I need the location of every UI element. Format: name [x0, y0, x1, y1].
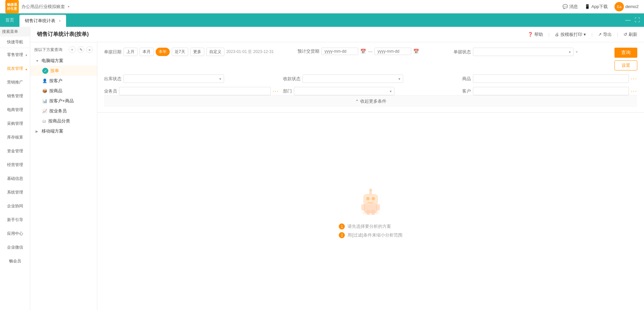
sidebar-item-sales[interactable]: 销售管理 — [0, 89, 30, 103]
bill-status-label: 单据状态 — [453, 49, 471, 55]
plan-item-by-goods[interactable]: 📦 按商品 — [30, 86, 97, 96]
collapse-more-label: 收起更多条件 — [360, 98, 386, 104]
user-profile[interactable]: Ea demo2 — [614, 2, 639, 11]
appcenter-label: 应用中心 — [7, 231, 23, 237]
app-title-dropdown-icon[interactable]: ▾ — [68, 5, 69, 8]
export-icon: ↗ — [598, 32, 602, 37]
sidebar-item-basic[interactable]: 基础信息 — [0, 172, 30, 186]
avatar: Ea — [614, 2, 624, 11]
expected-date-to-input[interactable] — [374, 48, 411, 55]
collapse-more-btn[interactable]: ⌃ 收起更多条件 — [104, 95, 637, 107]
tip-num-2: 2 — [339, 232, 345, 238]
salesperson-more-icon[interactable]: ··· — [273, 88, 279, 94]
add-plan-btn[interactable]: + — [69, 46, 75, 53]
wholesale-label: 批发管理 — [7, 66, 23, 71]
sidebar-item-appcenter[interactable]: 应用中心 — [0, 227, 30, 241]
plan-item-by-customer-goods[interactable]: 📊 按客户+商品 — [30, 96, 97, 106]
edit-plan-btn[interactable]: ✎ — [77, 46, 84, 53]
settings-button[interactable]: 设置 — [614, 60, 637, 70]
customer-more-icon[interactable]: ··· — [631, 88, 637, 94]
divider2: | — [591, 32, 592, 37]
tab-active[interactable]: 销售订单统计表 × — [19, 15, 66, 27]
sidebar-item-wholesale[interactable]: 批发管理 ▴ — [0, 62, 30, 75]
collapse-panel-btn[interactable]: « — [86, 46, 93, 53]
sidebar-item-finance[interactable]: 资金管理 — [0, 144, 30, 158]
enterprise-label: 企业协同 — [7, 203, 23, 209]
date-btn-more[interactable]: 更多 — [190, 48, 204, 56]
goods-input[interactable] — [473, 74, 629, 83]
plan-item-by-category[interactable]: 🗂 按商品分类 — [30, 116, 97, 126]
side-btns: 查询 设置 — [609, 48, 637, 70]
message-btn[interactable]: 💬 消息 — [562, 4, 578, 10]
print-dropdown-icon[interactable]: ▾ — [584, 32, 586, 37]
customer-goods-plan-icon: 📊 — [42, 99, 47, 103]
sidebar-item-member[interactable]: 畅会员 — [0, 254, 30, 268]
ecommerce-label: 电商管理 — [7, 107, 23, 113]
mobile-expand-icon[interactable]: ▶ — [36, 130, 40, 133]
delivery-status-label: 出库状态 — [104, 76, 121, 82]
goods-more-icon[interactable]: ··· — [631, 76, 637, 82]
delivery-status-select[interactable] — [123, 74, 224, 83]
help-btn[interactable]: ❓ 帮助 — [528, 32, 543, 38]
expected-date-from-input[interactable] — [321, 48, 358, 55]
sidebar-item-ecommerce[interactable]: 电商管理 — [0, 103, 30, 117]
department-select[interactable] — [294, 87, 394, 95]
print-icon: 🖨 — [555, 32, 559, 37]
divider1: | — [548, 32, 549, 37]
query-button[interactable]: 查询 — [614, 48, 637, 58]
member-label: 畅会员 — [9, 258, 21, 264]
date-btn-last-month[interactable]: 上月 — [123, 48, 138, 56]
empty-state-icon — [354, 185, 387, 218]
sidebar-item-system[interactable]: 系统管理 — [0, 186, 30, 199]
sidebar-item-enterprise[interactable]: 企业协同 — [0, 199, 30, 213]
main-layout: 搜索菜单 快捷导航 零售管理 ▾ 批发管理 ▴ 营销推广 销售管理 电商管理 采… — [0, 27, 644, 310]
date-btn-custom[interactable]: 自定义 — [206, 48, 224, 56]
plan-label-by-customer: 按客户 — [49, 78, 62, 84]
pc-expand-icon[interactable]: ▼ — [36, 59, 40, 63]
tab-home[interactable]: 首页 — [0, 13, 19, 27]
date-btn-this-year[interactable]: 本年 — [156, 48, 170, 56]
plan-item-by-customer[interactable]: 👤 按客户 — [30, 76, 97, 86]
sidebar-item-inventory[interactable]: 库存核算 — [0, 131, 30, 144]
sidebar-quick-nav[interactable]: 快捷导航 — [0, 37, 30, 48]
plan-selected-icon: ✓ — [42, 68, 48, 74]
plan-tree: ▼ 电脑端方案 ✓ 按单 👤 按客户 📦 按商品 — [30, 56, 97, 136]
export-btn[interactable]: ↗ 导出 — [598, 32, 612, 38]
sidebar-item-wechat[interactable]: 企业微信 — [0, 241, 30, 254]
expected-date-to-calendar-icon[interactable]: 📅 — [413, 49, 419, 54]
sidebar-item-purchase[interactable]: 采购管理 — [0, 117, 30, 131]
tab-maximize-icon[interactable]: ⛶ — [635, 17, 640, 23]
user-name: demo2 — [625, 4, 639, 9]
tip-text-1: 请先选择要分析的方案 — [347, 223, 391, 229]
customer-input[interactable] — [473, 87, 629, 95]
date-btn-7days[interactable]: 近7天 — [172, 48, 188, 56]
payment-status-select[interactable] — [303, 74, 403, 83]
help-label: 帮助 — [534, 32, 543, 38]
purchase-label: 采购管理 — [7, 121, 23, 126]
app-download-btn[interactable]: 📱 App下载 — [585, 4, 608, 10]
query-area: 按以下方案查询 + ✎ « ▼ 电脑端方案 ✓ 按单 — [30, 42, 644, 310]
sidebar-item-operations[interactable]: 经营管理 — [0, 158, 30, 172]
sidebar-search-btn[interactable]: 搜索菜单 — [0, 27, 30, 37]
finance-label: 资金管理 — [7, 148, 23, 154]
salesperson-input[interactable] — [119, 87, 271, 95]
tip-text-2: 用[过滤]条件来缩小分析范围 — [347, 232, 402, 238]
print-btn[interactable]: 🖨 按模板打印 ▾ — [555, 32, 586, 38]
category-plan-icon: 🗂 — [42, 119, 46, 123]
date-btn-this-month[interactable]: 本月 — [140, 48, 154, 56]
tab-minimize-icon[interactable]: — — [625, 17, 631, 23]
refresh-btn[interactable]: ↺ 刷新 — [624, 32, 637, 38]
pc-section-label: 电脑端方案 — [42, 58, 63, 64]
sidebar-item-newbie[interactable]: 新手引导 — [0, 213, 30, 227]
tab-close-icon[interactable]: × — [59, 19, 61, 23]
plan-label-by-goods: 按商品 — [49, 88, 62, 94]
sidebar-item-retail[interactable]: 零售管理 ▾ — [0, 48, 30, 62]
bill-status-select[interactable] — [473, 48, 574, 56]
plan-item-by-order[interactable]: ✓ 按单 — [30, 66, 97, 76]
sidebar-item-marketing[interactable]: 营销推广 — [0, 75, 30, 89]
expected-date-from-calendar-icon[interactable]: 📅 — [360, 49, 366, 54]
export-label: 导出 — [603, 32, 612, 38]
filter-area: 单据日期 上月 本月 本年 近7天 更多 自定义 2023-01-01 至 20… — [97, 42, 644, 113]
plan-item-by-salesperson[interactable]: 📈 按业务员 — [30, 106, 97, 116]
department-filter-label: 部门 — [283, 88, 292, 94]
